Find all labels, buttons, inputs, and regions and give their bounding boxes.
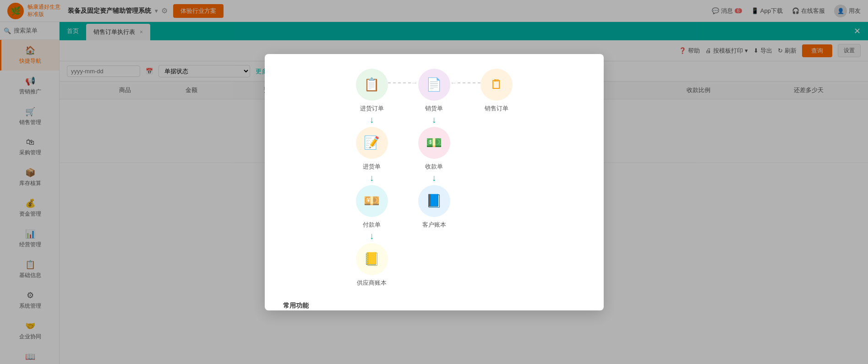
customer-ledger-icon: 📘 [418,185,450,217]
flow-node-purchase-order[interactable]: 📋 进货订单 [356,69,388,113]
supplier-ledger-icon: 📒 [356,243,388,275]
flow-col-right: 📄 销货单 ↓ 💵 收款单 ↓ 📘 客户账本 [418,69,450,229]
arrow-down-3: ↓ [370,231,374,241]
sales-order-icon: 🗒 [480,69,513,101]
purchase-bill-icon: 📝 [356,127,388,159]
flow-node-sales-bill[interactable]: 📄 销货单 [418,69,450,113]
common-functions: 常用功能 商品 往来单位 现存量(库存状况表) 现存量(库存分布表) 销售毛利分… [283,302,585,310]
modal-content: 📋 进货订单 ↓ 📝 进货单 ↓ 💴 付款单 ↓ [265,54,604,310]
flow-col-sales-order: 🗒 销售订单 [480,69,513,113]
arrow-down-1: ↓ [370,114,374,125]
dashed-line-2 [458,82,480,83]
arrow-down-2: ↓ [370,173,374,183]
flow-node-payment[interactable]: 💴 付款单 [356,185,388,229]
flow-node-customer-ledger[interactable]: 📘 客户账本 [418,185,450,229]
dashed-line-1 [388,82,411,83]
right-arrow-1: → [411,79,418,87]
left-arrow-2: ← [450,79,458,87]
arrow-down-5: ↓ [432,173,437,183]
receipt-icon: 💵 [418,127,450,159]
flow-col-left: 📋 进货订单 ↓ 📝 进货单 ↓ 💴 付款单 ↓ [356,69,388,287]
flow-connector-right: ← [450,79,480,87]
purchase-order-icon: 📋 [356,69,388,101]
common-functions-title: 常用功能 [283,302,585,310]
app-container: 🌿 畅康通好生意 标准版 装备及固定资产辅助管理系统 ▾ ⚙ 体验行业方案 💬 … [0,0,868,364]
payment-icon: 💴 [356,185,388,217]
flow-node-sales-order[interactable]: 🗒 销售订单 [480,69,513,113]
sales-bill-icon: 📄 [418,69,450,101]
arrow-down-4: ↓ [432,114,437,125]
modal-overlay[interactable]: 📋 进货订单 ↓ 📝 进货单 ↓ 💴 付款单 ↓ [0,0,868,364]
flow-diagram: 📋 进货订单 ↓ 📝 进货单 ↓ 💴 付款单 ↓ [283,69,585,287]
flow-node-supplier-ledger[interactable]: 📒 供应商账本 [356,243,388,287]
modal: 📋 进货订单 ↓ 📝 进货单 ↓ 💴 付款单 ↓ [265,54,604,310]
flow-node-receipt[interactable]: 💵 收款单 [418,127,450,171]
flow-node-purchase-bill[interactable]: 📝 进货单 [356,127,388,171]
flow-connector-left: → [388,79,418,87]
